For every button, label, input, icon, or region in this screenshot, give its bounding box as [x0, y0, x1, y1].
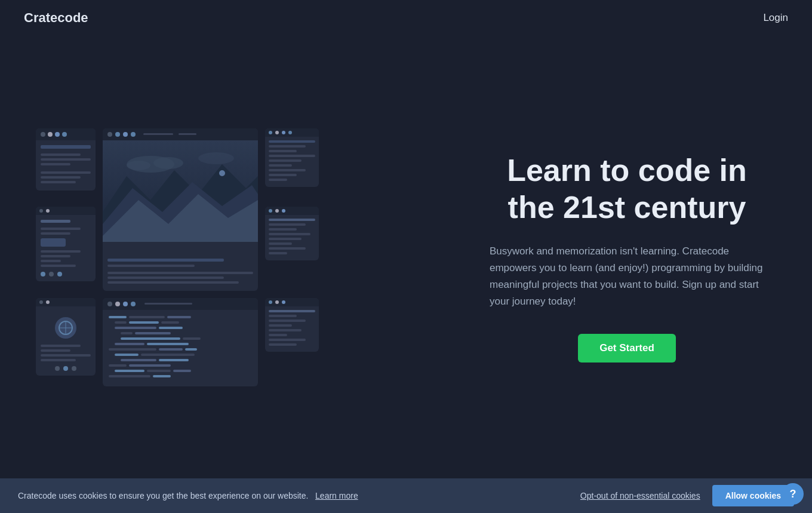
dot-f1	[107, 302, 112, 306]
hero-section: Learn to code in the 21st century Busywo…	[466, 152, 764, 363]
dot-g3	[282, 300, 285, 304]
dot-c1	[39, 209, 43, 213]
dot-b4	[288, 131, 292, 134]
cookie-banner: Cratecode uses cookies to ensure you get…	[0, 478, 812, 513]
dot-1	[41, 132, 45, 137]
code-content	[103, 310, 258, 386]
navbar: Cratecode Login	[0, 0, 812, 36]
hero-title: Learn to code in the 21st century	[490, 152, 764, 226]
dot-b2	[275, 131, 279, 134]
svg-point-2	[153, 157, 183, 169]
mountain-illustration	[103, 140, 258, 254]
cookie-optout-button[interactable]: Opt-out of non-essential cookies	[580, 491, 700, 500]
svg-point-4	[198, 152, 234, 164]
mockups-grid	[36, 128, 418, 386]
dot-3	[55, 132, 60, 137]
mockup-lg-mountains	[103, 128, 258, 291]
dot-4	[62, 132, 67, 137]
help-bubble[interactable]: ?	[782, 483, 804, 505]
dot-a1	[107, 132, 112, 137]
dot-f4	[131, 302, 136, 306]
dot-2	[48, 132, 53, 137]
globe-icon	[55, 317, 76, 339]
dot-d1	[269, 209, 272, 213]
dot-g1	[269, 300, 272, 304]
dot-e2	[46, 300, 50, 304]
brand-logo[interactable]: Cratecode	[24, 10, 88, 26]
mockup-sm-5	[36, 298, 96, 376]
mockup-sm-3	[36, 207, 96, 281]
dot-d2	[275, 209, 279, 213]
mockup-sm-1	[36, 128, 96, 191]
svg-point-9	[219, 170, 225, 176]
hero-description: Busywork and memorization isn't learning…	[490, 243, 764, 310]
svg-point-3	[127, 161, 150, 170]
dot-a2	[115, 132, 120, 137]
cookie-learn-more-link[interactable]: Learn more	[315, 491, 358, 500]
dot-a4	[131, 132, 136, 137]
dot-e1	[39, 300, 43, 304]
dot-g2	[275, 300, 279, 304]
get-started-button[interactable]: Get Started	[578, 334, 676, 363]
dot-b3	[282, 131, 285, 134]
svg-rect-8	[103, 242, 258, 254]
dot-f2	[115, 302, 120, 306]
mockup-sm-2	[265, 128, 319, 187]
cookie-message: Cratecode uses cookies to ensure you get…	[18, 491, 568, 500]
mockup-sm-6	[265, 298, 319, 352]
dot-a3	[123, 132, 128, 137]
dot-b1	[269, 131, 272, 134]
dot-f3	[123, 302, 128, 306]
dot-d3	[282, 209, 285, 213]
login-button[interactable]: Login	[763, 12, 788, 24]
mockup-sm-4	[265, 207, 319, 260]
main-content: Learn to code in the 21st century Busywo…	[0, 36, 812, 478]
mockup-code-editor	[103, 298, 258, 386]
dot-c2	[46, 209, 50, 213]
